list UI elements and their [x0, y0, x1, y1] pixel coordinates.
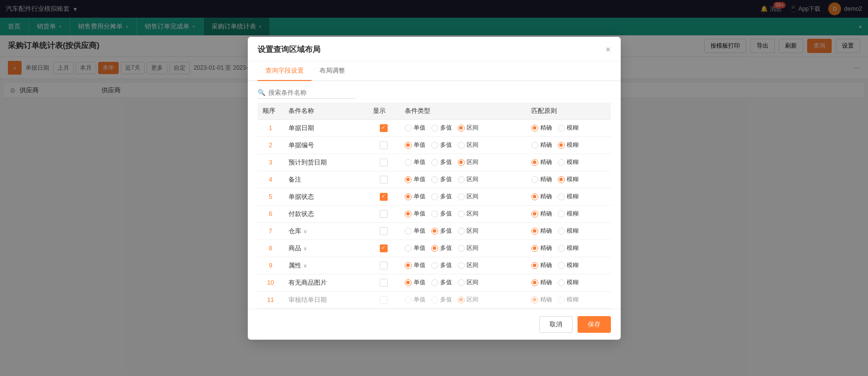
cell-match: 精确模糊 — [526, 291, 611, 308]
type-radio-type_range[interactable]: 区间 — [458, 261, 478, 269]
tab-layout-adjust[interactable]: 布局调整 — [312, 61, 353, 81]
radio-label-type_multi: 多值 — [440, 244, 452, 252]
match-radio-match_fuzzy[interactable]: 模糊 — [558, 141, 579, 149]
radio-label-type_range: 区间 — [467, 141, 478, 149]
type-radio-type_single[interactable]: 单值 — [405, 192, 425, 201]
match-radio-match_exact[interactable]: 精确 — [531, 210, 552, 218]
match-radio-match_exact[interactable]: 精确 — [531, 295, 552, 304]
type-radio-type_range[interactable]: 区间 — [458, 295, 478, 304]
display-checkbox[interactable] — [380, 124, 388, 132]
display-checkbox[interactable] — [380, 210, 388, 218]
type-radio-type_range[interactable]: 区间 — [458, 158, 478, 166]
match-radio-match_fuzzy[interactable]: 模糊 — [558, 227, 579, 235]
display-checkbox[interactable] — [380, 296, 388, 304]
match-radio-match_exact[interactable]: 精确 — [531, 175, 552, 184]
cell-match: 精确模糊 — [526, 188, 611, 205]
dialog-close-button[interactable]: × — [605, 45, 611, 55]
type-radio-type_single[interactable]: 单值 — [405, 244, 425, 252]
expand-arrow-icon[interactable]: ∨ — [303, 263, 307, 269]
match-label-match_fuzzy: 模糊 — [567, 295, 579, 304]
type-radio-type_range[interactable]: 区间 — [458, 227, 478, 235]
match-radio-match_exact[interactable]: 精确 — [531, 278, 552, 287]
expand-arrow-icon[interactable]: ∨ — [303, 245, 307, 251]
cell-display — [368, 154, 399, 171]
match-radio-match_fuzzy[interactable]: 模糊 — [558, 278, 579, 287]
type-radio-type_range[interactable]: 区间 — [458, 278, 478, 287]
match-label-match_fuzzy: 模糊 — [567, 158, 579, 166]
radio-label-type_multi: 多值 — [440, 141, 452, 149]
radio-label-type_range: 区间 — [467, 244, 478, 252]
type-radio-type_multi[interactable]: 多值 — [431, 295, 452, 304]
match-label-match_exact: 精确 — [540, 244, 552, 252]
match-radio-match_exact[interactable]: 精确 — [531, 244, 552, 252]
type-radio-type_single[interactable]: 单值 — [405, 261, 425, 269]
match-radio-match_exact[interactable]: 精确 — [531, 227, 552, 235]
radio-label-type_multi: 多值 — [440, 175, 452, 184]
type-radio-type_multi[interactable]: 多值 — [431, 227, 452, 235]
match-radio-match_exact[interactable]: 精确 — [531, 192, 552, 201]
cell-display — [368, 171, 399, 188]
type-radio-type_multi[interactable]: 多值 — [431, 244, 452, 252]
display-checkbox[interactable] — [380, 262, 388, 269]
type-radio-type_range[interactable]: 区间 — [458, 244, 478, 252]
display-checkbox[interactable] — [380, 227, 388, 235]
cell-display — [368, 222, 399, 240]
type-radio-type_range[interactable]: 区间 — [458, 192, 478, 201]
display-checkbox[interactable] — [380, 176, 388, 184]
type-radio-type_multi[interactable]: 多值 — [431, 141, 452, 149]
type-radio-type_range[interactable]: 区间 — [458, 124, 478, 132]
type-radio-group: 单值多值区间 — [405, 261, 522, 269]
table-row: 9属性 ∨单值多值区间精确模糊 — [258, 257, 611, 274]
type-radio-type_range[interactable]: 区间 — [458, 175, 478, 184]
match-radio-group: 精确模糊 — [531, 244, 606, 252]
type-radio-type_multi[interactable]: 多值 — [431, 210, 452, 218]
match-radio-match_fuzzy[interactable]: 模糊 — [558, 192, 579, 201]
type-radio-type_single[interactable]: 单值 — [405, 141, 425, 149]
cell-name: 有无商品图片 — [284, 274, 368, 291]
display-checkbox[interactable] — [380, 279, 388, 287]
type-radio-type_multi[interactable]: 多值 — [431, 124, 452, 132]
match-radio-match_exact[interactable]: 精确 — [531, 141, 552, 149]
type-radio-type_single[interactable]: 单值 — [405, 210, 425, 218]
table-row: 5单据状态单值多值区间精确模糊 — [258, 188, 611, 205]
type-radio-type_multi[interactable]: 多值 — [431, 278, 452, 287]
type-radio-type_range[interactable]: 区间 — [458, 210, 478, 218]
tab-query-fields[interactable]: 查询字段设置 — [258, 61, 312, 81]
type-radio-type_single[interactable]: 单值 — [405, 278, 425, 287]
type-radio-group: 单值多值区间 — [405, 124, 522, 132]
type-radio-type_single[interactable]: 单值 — [405, 295, 425, 304]
cell-match: 精确模糊 — [526, 274, 611, 291]
type-radio-type_single[interactable]: 单值 — [405, 175, 425, 184]
search-input[interactable] — [268, 89, 347, 96]
display-checkbox[interactable] — [380, 244, 388, 252]
radio-dot-type_single — [405, 228, 412, 235]
match-radio-match_exact[interactable]: 精确 — [531, 261, 552, 269]
match-radio-match_fuzzy[interactable]: 模糊 — [558, 210, 579, 218]
cancel-button[interactable]: 取消 — [539, 316, 573, 333]
match-label-match_exact: 精确 — [540, 295, 552, 304]
display-checkbox[interactable] — [380, 141, 388, 149]
save-button[interactable]: 保存 — [578, 316, 611, 333]
match-radio-match_fuzzy[interactable]: 模糊 — [558, 124, 579, 132]
match-radio-match_fuzzy[interactable]: 模糊 — [558, 261, 579, 269]
match-radio-match_fuzzy[interactable]: 模糊 — [558, 244, 579, 252]
match-dot-match_fuzzy — [558, 228, 565, 235]
display-checkbox[interactable] — [380, 193, 388, 201]
match-radio-match_fuzzy[interactable]: 模糊 — [558, 175, 579, 184]
cell-display — [368, 136, 399, 154]
type-radio-type_multi[interactable]: 多值 — [431, 158, 452, 166]
match-radio-match_fuzzy[interactable]: 模糊 — [558, 295, 579, 304]
type-radio-type_multi[interactable]: 多值 — [431, 192, 452, 201]
match-radio-match_exact[interactable]: 精确 — [531, 158, 552, 166]
type-radio-type_multi[interactable]: 多值 — [431, 175, 452, 184]
expand-arrow-icon[interactable]: ∨ — [303, 228, 307, 234]
match-radio-match_fuzzy[interactable]: 模糊 — [558, 158, 579, 166]
type-radio-type_single[interactable]: 单值 — [405, 124, 425, 132]
type-radio-type_multi[interactable]: 多值 — [431, 261, 452, 269]
type-radio-type_single[interactable]: 单值 — [405, 227, 425, 235]
type-radio-type_single[interactable]: 单值 — [405, 158, 425, 166]
display-checkbox[interactable] — [380, 159, 388, 166]
match-radio-match_exact[interactable]: 精确 — [531, 124, 552, 132]
radio-dot-type_single — [405, 193, 412, 200]
type-radio-type_range[interactable]: 区间 — [458, 141, 478, 149]
